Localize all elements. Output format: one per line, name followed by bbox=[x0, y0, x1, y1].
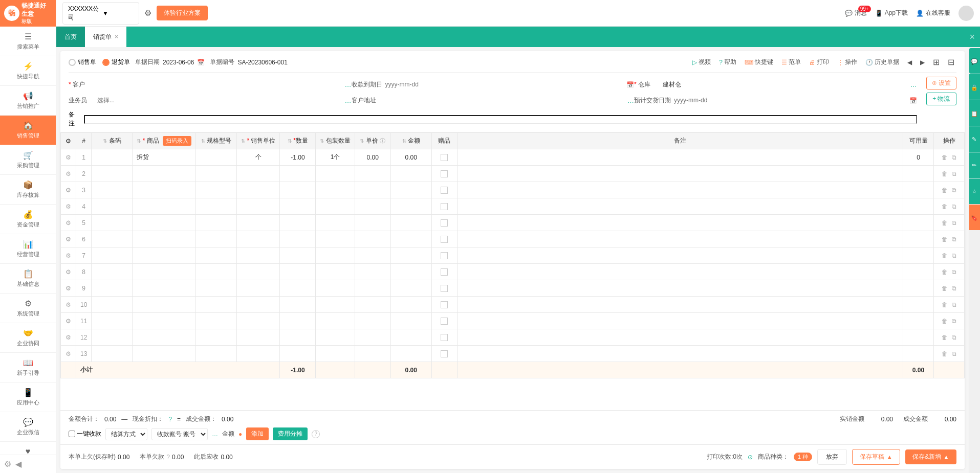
copy-icon[interactable]: ⧉ bbox=[952, 170, 956, 177]
copy-icon[interactable]: ⧉ bbox=[952, 334, 956, 341]
due-date-input[interactable] bbox=[385, 80, 624, 89]
customer-input[interactable] bbox=[97, 80, 342, 89]
cell-gift[interactable] bbox=[431, 264, 457, 280]
save-new-btn[interactable]: 保存&新增 ▲ bbox=[905, 449, 956, 464]
cell-settings[interactable]: ⚙ bbox=[61, 182, 76, 198]
cell-gift[interactable] bbox=[431, 215, 457, 231]
delete-icon[interactable]: 🗑 bbox=[942, 285, 948, 292]
copy-icon[interactable]: ⧉ bbox=[952, 154, 956, 161]
delete-icon[interactable]: 🗑 bbox=[942, 350, 948, 357]
company-selector[interactable]: XXXXXX公司 ▼ bbox=[62, 2, 139, 25]
gift-checkbox[interactable] bbox=[441, 301, 448, 308]
cell-settings[interactable]: ⚙ bbox=[61, 198, 76, 215]
gift-checkbox[interactable] bbox=[441, 268, 448, 276]
cell-settings[interactable]: ⚙ bbox=[61, 215, 76, 231]
delete-icon[interactable]: 🗑 bbox=[942, 219, 948, 227]
toolbar-shortcut[interactable]: ⌨ 快捷键 bbox=[743, 57, 775, 67]
sidebar-collapse-icon[interactable]: ◀ bbox=[15, 459, 21, 469]
cell-settings[interactable]: ⚙ bbox=[61, 166, 76, 182]
gift-checkbox[interactable] bbox=[441, 154, 448, 161]
expense-btn[interactable]: 费用分摊 bbox=[273, 427, 308, 440]
row-settings-icon[interactable]: ⚙ bbox=[66, 219, 71, 227]
row-settings-icon[interactable]: ⚙ bbox=[66, 252, 71, 259]
delete-icon[interactable]: 🗑 bbox=[942, 301, 948, 308]
delete-icon[interactable]: 🗑 bbox=[942, 334, 948, 341]
sidebar-item-finance[interactable]: 💰 资金管理 bbox=[0, 205, 56, 234]
customer-dots[interactable]: … bbox=[345, 81, 352, 88]
cell-settings[interactable]: ⚙ bbox=[61, 247, 76, 264]
expense-help-icon[interactable]: ? bbox=[312, 430, 320, 438]
cell-gift[interactable] bbox=[431, 166, 457, 182]
gift-checkbox[interactable] bbox=[441, 219, 448, 227]
cell-settings[interactable]: ⚙ bbox=[61, 149, 76, 166]
gear-icon[interactable]: ⚙ bbox=[144, 8, 151, 18]
add-amount-icon[interactable]: ● bbox=[238, 431, 242, 438]
radio-return[interactable]: 退货单 bbox=[102, 58, 130, 66]
customer-address-dots[interactable]: … bbox=[627, 97, 634, 104]
cell-gift[interactable] bbox=[431, 346, 457, 362]
float-btn-3[interactable]: 📋 bbox=[969, 100, 981, 126]
bank-account-select[interactable]: 收款账号 账号 bbox=[151, 428, 208, 440]
calendar-icon[interactable]: 📅 bbox=[197, 59, 205, 66]
th-settings[interactable]: ⚙ bbox=[61, 133, 76, 149]
notes-input[interactable] bbox=[84, 115, 917, 124]
sidebar-item-wechat[interactable]: 💬 企业微信 bbox=[0, 412, 56, 442]
toolbar-print[interactable]: 🖨 打印 bbox=[807, 57, 831, 67]
delete-icon[interactable]: 🗑 bbox=[942, 203, 948, 210]
sidebar-item-marketing[interactable]: 📢 营销推广 bbox=[0, 86, 56, 116]
sidebar-item-inventory[interactable]: 📦 库存核算 bbox=[0, 175, 56, 205]
cell-gift[interactable] bbox=[431, 329, 457, 346]
gift-checkbox[interactable] bbox=[441, 318, 448, 325]
delete-icon[interactable]: 🗑 bbox=[942, 187, 948, 194]
float-btn-1[interactable]: 💬 bbox=[969, 48, 981, 74]
copy-icon[interactable]: ⧉ bbox=[952, 318, 956, 325]
toolbar-next[interactable]: ▶ bbox=[918, 58, 927, 67]
logistics-btn[interactable]: + 物流 bbox=[926, 93, 956, 105]
tab-close-all-icon[interactable]: × bbox=[969, 32, 975, 42]
industry-btn[interactable]: 体验行业方案 bbox=[157, 6, 208, 20]
radio-sales[interactable]: 销售单 bbox=[69, 58, 96, 66]
gift-checkbox[interactable] bbox=[441, 334, 448, 341]
app-download-btn[interactable]: 📱 App下载 bbox=[875, 9, 908, 17]
table-settings-icon[interactable]: ⚙ bbox=[66, 138, 71, 145]
delete-icon[interactable]: 🗑 bbox=[942, 170, 948, 177]
add-btn[interactable]: 添加 bbox=[246, 427, 269, 440]
copy-icon[interactable]: ⧉ bbox=[952, 285, 956, 292]
product-type-icon[interactable]: ⊙ bbox=[748, 454, 753, 461]
customer-address-input[interactable] bbox=[380, 96, 625, 105]
row-settings-icon[interactable]: ⚙ bbox=[66, 203, 71, 210]
gift-checkbox[interactable] bbox=[441, 350, 448, 357]
toolbar-grid1[interactable]: ⊞ bbox=[931, 56, 942, 68]
cell-gift[interactable] bbox=[431, 231, 457, 247]
float-btn-5[interactable]: ✏ bbox=[969, 152, 981, 178]
float-btn-2[interactable]: 🔒 bbox=[969, 74, 981, 100]
row-settings-icon[interactable]: ⚙ bbox=[66, 334, 71, 341]
cell-settings[interactable]: ⚙ bbox=[61, 264, 76, 280]
due-date-calendar-icon[interactable]: 📅 bbox=[626, 81, 634, 88]
tab-sales-order[interactable]: 销货单 × bbox=[85, 27, 126, 47]
cell-settings[interactable]: ⚙ bbox=[61, 280, 76, 297]
sidebar-settings-icon[interactable]: ⚙ bbox=[4, 459, 11, 469]
sidebar-item-quicknav[interactable]: ⚡ 快捷导航 bbox=[0, 56, 56, 86]
discard-btn[interactable]: 放弃 bbox=[817, 449, 847, 465]
cell-gift[interactable] bbox=[431, 313, 457, 329]
row-settings-icon[interactable]: ⚙ bbox=[66, 268, 71, 276]
sidebar-item-sales[interactable]: 🏠 销售管理 bbox=[0, 116, 56, 145]
delete-icon[interactable]: 🗑 bbox=[942, 252, 948, 259]
gift-checkbox[interactable] bbox=[441, 285, 448, 292]
toolbar-help[interactable]: ? 帮助 bbox=[717, 57, 738, 67]
scan-btn[interactable]: 扫码录入 bbox=[163, 136, 191, 146]
delivery-calendar-icon[interactable]: 📅 bbox=[909, 97, 917, 104]
copy-icon[interactable]: ⧉ bbox=[952, 268, 956, 276]
sidebar-item-search[interactable]: ☰ 搜索菜单 bbox=[0, 27, 56, 56]
settings-btn[interactable]: ⊙ 设置 bbox=[926, 77, 956, 89]
copy-icon[interactable]: ⧉ bbox=[952, 219, 956, 227]
float-btn-7[interactable]: 🔖 bbox=[969, 205, 981, 230]
toolbar-template[interactable]: ☰ 范单 bbox=[779, 57, 803, 67]
cell-gift[interactable] bbox=[431, 247, 457, 264]
sidebar-item-guide[interactable]: 📖 新手引导 bbox=[0, 353, 56, 382]
toolbar-operation[interactable]: ⋮ 操作 bbox=[835, 57, 859, 67]
toolbar-prev[interactable]: ◀ bbox=[905, 58, 914, 67]
cell-settings[interactable]: ⚙ bbox=[61, 231, 76, 247]
sidebar-item-member[interactable]: ♥ 畅会员 bbox=[0, 442, 56, 455]
